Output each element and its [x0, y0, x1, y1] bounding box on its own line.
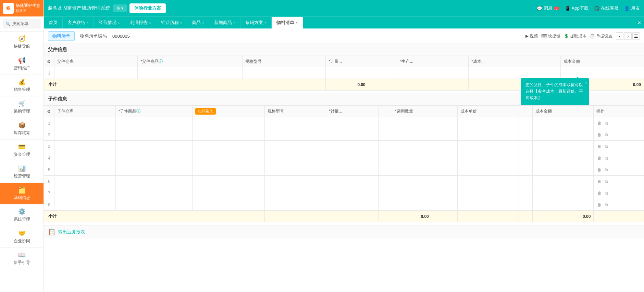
sidebar-item-purchase[interactable]: 🛒 采购管理	[0, 96, 44, 118]
child-row-4-amount[interactable]	[532, 152, 594, 164]
parent-row-1-unit[interactable]	[326, 67, 397, 79]
child-row-2-amount[interactable]	[532, 129, 594, 141]
tab-customer[interactable]: 客户联络 ×	[63, 17, 94, 28]
copy-icon-5[interactable]: ⧉	[605, 167, 608, 172]
child-row-4-unit[interactable]	[326, 152, 378, 164]
parent-row-1-cost[interactable]	[469, 67, 540, 79]
child-row-3-scan[interactable]	[192, 141, 265, 152]
delete-icon-3[interactable]: 🗑	[597, 144, 602, 149]
copy-icon-7[interactable]: ⧉	[605, 191, 608, 196]
child-row-2-warehouse[interactable]	[54, 129, 116, 141]
copy-icon-3[interactable]: ⧉	[605, 144, 608, 149]
child-row-2-scan[interactable]	[192, 129, 265, 141]
sidebar-item-marketing[interactable]: 📢 营销推广	[0, 53, 44, 75]
child-row-1-unit-cost[interactable]	[458, 117, 519, 129]
close-tab-customer[interactable]: ×	[87, 21, 89, 25]
child-row-6-scan[interactable]	[192, 176, 265, 187]
prev-button[interactable]: ‹	[616, 32, 623, 40]
child-row-1-warehouse[interactable]	[54, 117, 116, 129]
close-tab-history[interactable]: ×	[180, 21, 182, 25]
parent-row-1-product[interactable]	[138, 67, 243, 79]
sidebar-item-sales[interactable]: 💰 销售管理	[0, 75, 44, 96]
tooltip-close-button[interactable]: ×	[585, 80, 587, 86]
delete-icon-6[interactable]: 🗑	[597, 179, 602, 184]
parent-row-1-amount[interactable]	[560, 67, 644, 79]
close-tab-barcode[interactable]: ×	[264, 21, 267, 25]
child-row-5-qty[interactable]	[392, 164, 457, 176]
single-settings-button[interactable]: 📋 单据设置	[590, 33, 612, 39]
child-row-3-unit[interactable]	[326, 141, 378, 152]
copy-icon-6[interactable]: ⧉	[605, 179, 608, 184]
sidebar-item-operations[interactable]: 📊 经营管理	[0, 161, 44, 183]
child-row-1-qty[interactable]	[392, 117, 457, 129]
report-label[interactable]: 输出业务报表	[58, 229, 85, 235]
child-row-8-unit-cost[interactable]	[458, 199, 519, 211]
child-row-1-scan[interactable]	[192, 117, 265, 129]
child-row-7-spec[interactable]	[265, 187, 326, 199]
search-menu-button[interactable]: 🔍 搜索菜单	[3, 19, 41, 28]
sidebar-item-collab[interactable]: 🤝 企业协同	[0, 226, 44, 248]
child-row-5-product[interactable]	[115, 164, 192, 176]
child-row-6-spec[interactable]	[265, 176, 326, 187]
child-row-1-spec[interactable]	[265, 117, 326, 129]
copy-icon-4[interactable]: ⧉	[605, 156, 608, 161]
video-button[interactable]: ▶ 视频	[525, 33, 538, 39]
child-row-6-unit[interactable]	[326, 176, 378, 187]
tab-barcode[interactable]: 条码方案 ×	[240, 17, 272, 28]
child-row-2-spec[interactable]	[265, 129, 326, 141]
child-row-4-unit-cost[interactable]	[458, 152, 519, 164]
app-download-action[interactable]: 📱 App下载	[565, 5, 589, 11]
child-row-3-unit-cost[interactable]	[458, 141, 519, 152]
child-row-5-spec[interactable]	[265, 164, 326, 176]
tab-profit-report[interactable]: 利润报告 ×	[125, 17, 156, 28]
child-row-7-unit[interactable]	[326, 187, 378, 199]
tab-new-product[interactable]: 新增商品 ×	[209, 17, 240, 28]
settings-dropdown-button[interactable]: ⚙ ▾	[113, 4, 127, 12]
parent-col-settings[interactable]: ⚙	[44, 56, 54, 67]
child-row-8-scan[interactable]	[192, 199, 265, 211]
child-row-7-scan[interactable]	[192, 187, 265, 199]
sidebar-item-finance[interactable]: 💳 资金管理	[0, 140, 44, 161]
tab-home[interactable]: 首页	[44, 17, 63, 28]
close-tab-ops[interactable]: ×	[118, 21, 120, 25]
child-row-2-unit[interactable]	[326, 129, 378, 141]
child-row-4-warehouse[interactable]	[54, 152, 116, 164]
child-row-6-qty[interactable]	[392, 176, 457, 187]
parent-row-1-spec[interactable]	[243, 67, 326, 79]
child-col-settings[interactable]: ⚙	[44, 106, 54, 117]
sidebar-item-inventory[interactable]: 📦 库存核算	[0, 118, 44, 140]
next-button[interactable]: ›	[624, 32, 632, 40]
copy-icon-2[interactable]: ⧉	[605, 132, 608, 137]
scan-input-button[interactable]: 扫码录入	[195, 108, 216, 115]
close-all-button[interactable]: ✕	[635, 17, 644, 28]
tab-ops-history[interactable]: 经营历程 ×	[156, 17, 187, 28]
delete-icon-4[interactable]: 🗑	[597, 156, 602, 161]
copy-icon-1[interactable]: ⧉	[605, 121, 608, 126]
child-row-3-product[interactable]	[115, 141, 192, 152]
child-row-3-amount[interactable]	[532, 141, 594, 152]
child-row-2-qty[interactable]	[392, 129, 457, 141]
child-row-4-scan[interactable]	[192, 152, 265, 164]
close-tab-newproduct[interactable]: ×	[233, 21, 235, 25]
child-row-5-unit-cost[interactable]	[458, 164, 519, 176]
child-row-8-unit[interactable]	[326, 199, 378, 211]
delete-icon-5[interactable]: 🗑	[597, 167, 602, 172]
child-row-5-warehouse[interactable]	[54, 164, 116, 176]
child-row-7-amount[interactable]	[532, 187, 594, 199]
child-row-8-warehouse[interactable]	[54, 199, 116, 211]
child-row-7-product[interactable]	[115, 187, 192, 199]
tab-products[interactable]: 商品 ×	[187, 17, 209, 28]
child-row-1-amount[interactable]	[532, 117, 594, 129]
child-row-6-unit-cost[interactable]	[458, 176, 519, 187]
sidebar-item-quick-nav[interactable]: 🧭 快捷导航	[0, 32, 44, 53]
child-row-8-spec[interactable]	[265, 199, 326, 211]
copy-icon-8[interactable]: ⧉	[605, 202, 608, 207]
child-row-4-product[interactable]	[115, 152, 192, 164]
child-row-6-warehouse[interactable]	[54, 176, 116, 187]
child-row-8-amount[interactable]	[532, 199, 594, 211]
sidebar-item-basic[interactable]: 🗂️ 基础信息	[0, 183, 44, 205]
child-row-8-product[interactable]	[115, 199, 192, 211]
message-action[interactable]: 💬 消息 6	[537, 5, 559, 11]
tab-bom[interactable]: 物料清单 ×	[272, 17, 303, 28]
user-action[interactable]: 👤 用友	[624, 5, 640, 11]
